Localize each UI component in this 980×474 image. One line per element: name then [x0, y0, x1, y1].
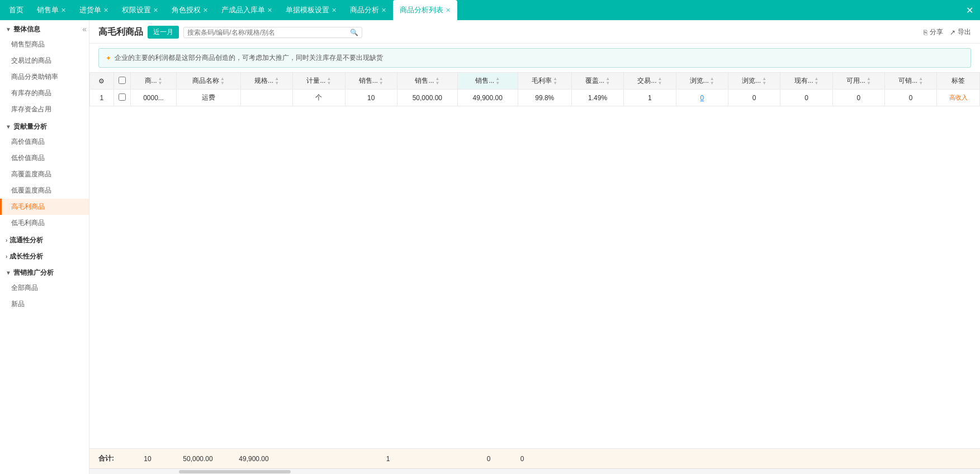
row-code: 0000... [130, 90, 176, 106]
data-table: ⚙ 商... ▲▼ 商品名称 [89, 72, 980, 106]
sidebar-item-sales-products[interactable]: 销售型商品 [0, 36, 89, 53]
nav-product-analysis-list-close[interactable]: ✕ [446, 7, 451, 14]
col-available[interactable]: 可用... ▲▼ [832, 73, 884, 90]
col-sale-cost[interactable]: 销售... ▲▼ [457, 73, 518, 90]
sort-arrows-gross-rate: ▲▼ [553, 77, 557, 86]
sidebar-group-liquidity[interactable]: › 流通性分析 [0, 231, 89, 247]
col-trade[interactable]: 交易... ▲▼ [624, 73, 676, 90]
footer-available: 0 [505, 455, 539, 463]
row-spec [240, 90, 292, 106]
sort-arrows-coverage: ▲▼ [605, 77, 610, 86]
col-sale-amt[interactable]: 销售... ▲▼ [397, 73, 457, 90]
search-input[interactable] [187, 29, 350, 36]
col-checkbox [113, 73, 130, 90]
header-actions: ⎘ 分享 ↗ 导出 [924, 27, 971, 37]
footer-label: 合计: [98, 454, 114, 463]
row-gross-rate: 99.8% [518, 90, 571, 106]
sidebar-item-stock-capital[interactable]: 库存资金占用 [0, 101, 89, 118]
nav-purchase-close[interactable]: ✕ [103, 7, 108, 14]
sidebar: « ▼ 整体信息 销售型商品 交易过的商品 商品分类助销率 有库存的商品 库存资… [0, 20, 89, 474]
nav-purchase[interactable]: 进货单 ✕ [73, 0, 115, 20]
content-header: 高毛利商品 近一月 🔍 ⎘ 分享 ↗ 导出 [89, 20, 980, 44]
nav-product-analysis[interactable]: 商品分析 ✕ [343, 0, 393, 20]
share-btn[interactable]: ⎘ 分享 [924, 27, 943, 37]
col-coverage[interactable]: 覆盖... ▲▼ [571, 73, 623, 90]
scrollbar-thumb[interactable] [179, 470, 291, 473]
sidebar-item-all-products[interactable]: 全部商品 [0, 280, 89, 296]
sidebar-group-overall[interactable]: ▼ 整体信息 [0, 20, 89, 36]
col-browse1[interactable]: 浏览... ▲▼ [676, 73, 728, 90]
nav-finished-goods[interactable]: 产成品入库单 ✕ [215, 0, 279, 20]
nav-template[interactable]: 单据模板设置 ✕ [279, 0, 343, 20]
nav-product-analysis-list[interactable]: 商品分析列表 ✕ [393, 0, 457, 20]
sort-arrows-spec: ▲▼ [274, 77, 279, 86]
sidebar-item-high-coverage[interactable]: 高覆盖度商品 [0, 166, 89, 182]
select-all-checkbox[interactable] [119, 77, 126, 84]
col-settings[interactable]: ⚙ [90, 73, 114, 90]
nav-sales-close[interactable]: ✕ [61, 7, 66, 14]
row-tag: 高收入 [937, 90, 980, 106]
col-gross-rate[interactable]: 毛利率 ▲▼ [518, 73, 571, 90]
sidebar-item-traded-products[interactable]: 交易过的商品 [0, 53, 89, 69]
row-sale-qty: 10 [345, 90, 397, 106]
sidebar-collapse-btn[interactable]: « [82, 25, 87, 34]
row-trade: 1 [624, 90, 676, 106]
sort-arrows-unit: ▲▼ [326, 77, 331, 86]
sidebar-item-high-value[interactable]: 高价值商品 [0, 134, 89, 150]
nav-permissions-close[interactable]: ✕ [153, 7, 158, 14]
nav-finished-goods-close[interactable]: ✕ [267, 7, 272, 14]
sidebar-item-high-margin[interactable]: 高毛利商品 [0, 199, 89, 215]
nav-home[interactable]: 首页 [2, 0, 30, 20]
sidebar-group-marketing[interactable]: ▼ 营销推广分析 [0, 264, 89, 280]
sidebar-group-contribution[interactable]: ▼ 贡献量分析 [0, 118, 89, 134]
col-saleable[interactable]: 可销... ▲▼ [885, 73, 937, 90]
sidebar-group-growth[interactable]: › 成长性分析 [0, 247, 89, 264]
horizontal-scrollbar[interactable] [89, 468, 980, 474]
window-close[interactable]: ✕ [966, 5, 978, 16]
sidebar-item-in-stock[interactable]: 有库存的商品 [0, 85, 89, 101]
info-banner: ✦ 企业的主要的利润都是这部分商品创造的，可考虑加大推广，同时关注库存是不要出现… [98, 48, 971, 68]
sidebar-item-low-coverage[interactable]: 低覆盖度商品 [0, 182, 89, 199]
arrow-growth-icon: › [6, 254, 7, 260]
sidebar-item-low-margin[interactable]: 低毛利商品 [0, 215, 89, 231]
arrow-contribution-icon: ▼ [6, 124, 11, 130]
sort-arrows-browse1: ▲▼ [710, 77, 714, 86]
search-box: 🔍 [183, 27, 362, 38]
sort-arrows-browse2: ▲▼ [762, 77, 766, 86]
sort-arrows-code: ▲▼ [158, 77, 163, 86]
row-sale-cost: 49,900.00 [457, 90, 518, 106]
nav-roles-close[interactable]: ✕ [203, 7, 208, 14]
search-icon[interactable]: 🔍 [350, 29, 358, 36]
row-select-checkbox[interactable] [119, 93, 126, 101]
col-unit[interactable]: 计量... ▲▼ [293, 73, 345, 90]
nav-template-close[interactable]: ✕ [332, 7, 337, 14]
sort-arrows-available: ▲▼ [867, 77, 871, 86]
sort-arrows-trade: ▲▼ [658, 77, 662, 86]
sort-arrows-name: ▲▼ [220, 77, 225, 86]
footer-empty3 [405, 455, 438, 463]
col-name[interactable]: 商品名称 ▲▼ [177, 73, 241, 90]
info-icon: ✦ [106, 54, 111, 62]
sidebar-item-category-assist[interactable]: 商品分类助销率 [0, 69, 89, 85]
col-current-stock[interactable]: 现有... ▲▼ [780, 73, 832, 90]
col-spec[interactable]: 规格... ▲▼ [240, 73, 292, 90]
table-row: 1 0000... 运费 个 10 50,000.00 49,900.00 99… [90, 90, 980, 106]
row-coverage: 1.49% [571, 90, 623, 106]
col-code[interactable]: 商... ▲▼ [130, 73, 176, 90]
row-browse2: 0 [728, 90, 780, 106]
sort-arrows-saleable: ▲▼ [919, 77, 923, 86]
nav-roles[interactable]: 角色授权 ✕ [165, 0, 215, 20]
sidebar-item-new-products[interactable]: 新品 [0, 296, 89, 312]
col-sale-qty[interactable]: 销售... ▲▼ [345, 73, 397, 90]
nav-product-analysis-close[interactable]: ✕ [381, 7, 386, 14]
col-browse2[interactable]: 浏览... ▲▼ [728, 73, 780, 90]
nav-sales[interactable]: 销售单 ✕ [30, 0, 73, 20]
sidebar-item-low-value[interactable]: 低价值商品 [0, 150, 89, 166]
export-icon: ↗ [950, 29, 955, 36]
filter-btn[interactable]: 近一月 [148, 26, 179, 39]
footer-sale-cost: 49,900.00 [226, 455, 282, 463]
row-checkbox[interactable] [113, 90, 130, 106]
row-browse1[interactable]: 0 [676, 90, 728, 106]
export-btn[interactable]: ↗ 导出 [950, 27, 971, 37]
nav-permissions[interactable]: 权限设置 ✕ [115, 0, 165, 20]
